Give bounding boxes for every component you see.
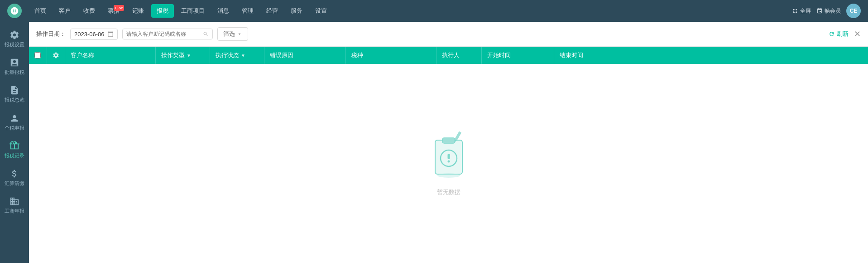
sidebar-item-personal-tax[interactable]: 个税申报 bbox=[0, 109, 29, 136]
date-value: 2023-06-06 bbox=[74, 31, 105, 38]
personal-tax-label: 个税申报 bbox=[5, 125, 24, 131]
fullscreen-btn[interactable]: 全屏 bbox=[792, 7, 811, 15]
th-op-type[interactable]: 操作类型 ▼ bbox=[156, 47, 210, 64]
nav-tax[interactable]: 报税 bbox=[151, 4, 174, 18]
nav-manage[interactable]: 管理 bbox=[236, 4, 259, 18]
th-executor: 执行人 bbox=[436, 47, 482, 64]
nav-home[interactable]: 首页 bbox=[29, 4, 52, 18]
sidebar-item-batch-tax[interactable]: 批量报税 bbox=[0, 53, 29, 80]
th-exec-status[interactable]: 执行状态 ▼ bbox=[210, 47, 264, 64]
nav-message[interactable]: 消息 bbox=[212, 4, 235, 18]
filter-button[interactable]: 筛选 bbox=[217, 27, 248, 41]
nav-account[interactable]: 记账 bbox=[127, 4, 149, 18]
nav-biz[interactable]: 工商项目 bbox=[176, 4, 210, 18]
svg-point-4 bbox=[447, 160, 450, 162]
sort-icon-op-type: ▼ bbox=[187, 53, 191, 58]
toolbar: 操作日期： 2023-06-06 筛选 刷新 ✕ bbox=[29, 22, 868, 47]
sidebar: 报税设置 批量报税 报税总览 个税申报 报税记录 bbox=[0, 22, 29, 263]
empty-text: 暂无数据 bbox=[437, 188, 460, 196]
th-err-reason: 错误原因 bbox=[264, 47, 346, 64]
refresh-label: 刷新 bbox=[837, 30, 849, 38]
close-button[interactable]: ✕ bbox=[854, 30, 861, 38]
annual-report-icon bbox=[10, 196, 19, 206]
tax-settings-icon bbox=[10, 30, 19, 40]
main-layout: 报税设置 批量报税 报税总览 个税申报 报税记录 bbox=[0, 22, 868, 263]
table-container: 客户名称 操作类型 ▼ 执行状态 ▼ 错误原因 税种 执行人 bbox=[29, 47, 868, 263]
sidebar-item-annual-report[interactable]: 工商年报 bbox=[0, 192, 29, 219]
nav-operation[interactable]: 经营 bbox=[261, 4, 283, 18]
sort-icon-exec-status: ▼ bbox=[241, 53, 245, 58]
tax-overview-label: 报税总览 bbox=[5, 97, 24, 103]
nav-items: 首页 客户 收费 票据 new 记账 报税 工商项目 消息 管理 经营 服务 设… bbox=[29, 4, 792, 18]
sidebar-item-settlement[interactable]: 汇算清缴 bbox=[0, 164, 29, 191]
refresh-button[interactable]: 刷新 bbox=[829, 30, 849, 38]
avatar[interactable]: CE bbox=[846, 4, 861, 18]
nav-billing[interactable]: 收费 bbox=[78, 4, 101, 18]
nav-invoice[interactable]: 票据 new bbox=[102, 4, 125, 18]
settlement-icon bbox=[10, 169, 19, 179]
empty-state: 暂无数据 bbox=[29, 64, 868, 263]
member-btn[interactable]: 畅会员 bbox=[816, 7, 841, 15]
nav-customer[interactable]: 客户 bbox=[53, 4, 76, 18]
sidebar-item-tax-overview[interactable]: 报税总览 bbox=[0, 81, 29, 107]
search-input[interactable] bbox=[126, 31, 200, 37]
tax-overview-icon bbox=[10, 85, 19, 95]
th-tax-type: 税种 bbox=[346, 47, 436, 64]
date-picker[interactable]: 2023-06-06 bbox=[70, 29, 118, 40]
th-checkbox[interactable] bbox=[29, 47, 47, 64]
content-area: 操作日期： 2023-06-06 筛选 刷新 ✕ bbox=[29, 22, 868, 263]
settlement-label: 汇算清缴 bbox=[5, 180, 24, 186]
empty-illustration bbox=[426, 131, 471, 181]
toolbar-right: 刷新 ✕ bbox=[829, 30, 861, 38]
tax-settings-label: 报税设置 bbox=[5, 42, 24, 48]
nav-right: 全屏 畅会员 CE bbox=[792, 4, 861, 18]
svg-rect-5 bbox=[454, 131, 461, 140]
nav-service[interactable]: 服务 bbox=[285, 4, 308, 18]
tax-records-label: 报税记录 bbox=[5, 153, 24, 159]
svg-rect-3 bbox=[447, 154, 450, 159]
svg-rect-1 bbox=[442, 138, 455, 143]
search-box[interactable] bbox=[122, 29, 213, 39]
personal-tax-icon bbox=[10, 113, 19, 123]
nav-settings[interactable]: 设置 bbox=[310, 4, 332, 18]
table-header: 客户名称 操作类型 ▼ 执行状态 ▼ 错误原因 税种 执行人 bbox=[29, 47, 868, 64]
new-badge: new bbox=[114, 5, 124, 11]
app-logo[interactable] bbox=[7, 4, 22, 18]
sidebar-item-tax-settings[interactable]: 报税设置 bbox=[0, 25, 29, 52]
annual-report-label: 工商年报 bbox=[5, 208, 24, 214]
batch-tax-icon bbox=[10, 58, 19, 68]
tax-records-icon bbox=[10, 141, 19, 151]
top-navigation: 首页 客户 收费 票据 new 记账 报税 工商项目 消息 管理 经营 服务 设… bbox=[0, 0, 868, 22]
sidebar-item-tax-records[interactable]: 报税记录 bbox=[0, 136, 29, 163]
th-end-time: 结束时间 bbox=[554, 47, 627, 64]
batch-tax-label: 批量报税 bbox=[5, 69, 24, 75]
th-settings[interactable] bbox=[47, 47, 65, 64]
th-customer: 客户名称 bbox=[65, 47, 156, 64]
date-label: 操作日期： bbox=[36, 30, 66, 38]
select-all-checkbox[interactable] bbox=[34, 52, 41, 58]
th-start-time: 开始时间 bbox=[482, 47, 554, 64]
svg-point-7 bbox=[437, 173, 460, 178]
